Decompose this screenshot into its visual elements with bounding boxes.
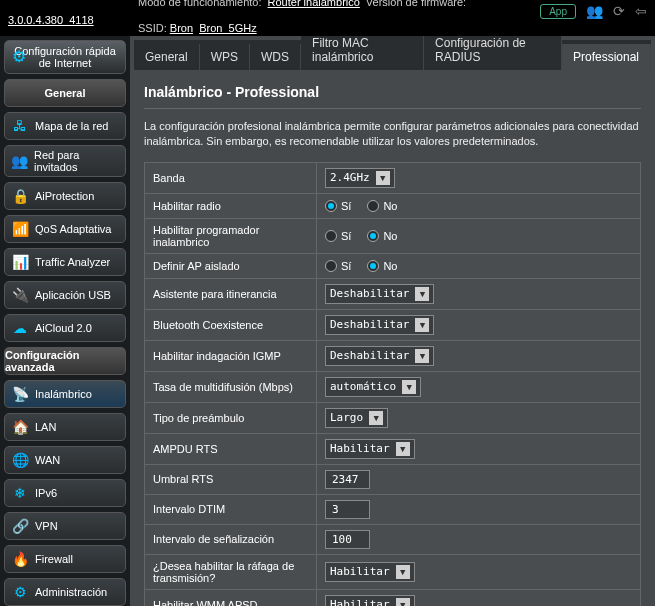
- sidebar-item[interactable]: 🖧Mapa de la red: [4, 112, 126, 140]
- row-label: Bluetooth Coexistence: [145, 309, 317, 340]
- radio-yes[interactable]: [325, 200, 337, 212]
- panel-title: Inalámbrico - Professional: [144, 84, 641, 109]
- select-input[interactable]: Deshabilitar▼: [325, 284, 434, 304]
- mode-value[interactable]: Router inalámbrico: [268, 0, 360, 8]
- sidebar-item[interactable]: 🔥Firewall: [4, 545, 126, 573]
- select-value: Deshabilitar: [330, 287, 409, 300]
- form-row: Bluetooth CoexistenceDeshabilitar▼: [145, 309, 641, 340]
- chevron-down-icon: ▼: [415, 318, 429, 332]
- row-label: Habilitar radio: [145, 193, 317, 218]
- tab[interactable]: General: [134, 44, 200, 70]
- sidebar-item[interactable]: 🏠LAN: [4, 413, 126, 441]
- sidebar-item-label: WAN: [35, 454, 60, 466]
- sidebar-icon: 🔒: [11, 187, 29, 205]
- select-input[interactable]: Habilitar▼: [325, 595, 415, 606]
- select-input[interactable]: automático▼: [325, 377, 421, 397]
- fw-value[interactable]: 3.0.0.4.380_4118: [8, 14, 94, 26]
- sidebar-item[interactable]: 📶QoS Adaptativa: [4, 215, 126, 243]
- tabs: GeneralWPSWDSFiltro MAC inalámbricoConfi…: [134, 40, 651, 70]
- select-input[interactable]: Habilitar▼: [325, 439, 415, 459]
- form-row: Definir AP aisladoSíNo: [145, 253, 641, 278]
- form-row: Habilitar WMM APSDHabilitar▼: [145, 589, 641, 606]
- sidebar-item[interactable]: ⚙Administración: [4, 578, 126, 606]
- sidebar-item-label: AiCloud 2.0: [35, 322, 92, 334]
- tab[interactable]: Professional: [562, 44, 651, 70]
- row-label: AMPDU RTS: [145, 433, 317, 464]
- form-row: ¿Desea habilitar la ráfaga de transmisió…: [145, 554, 641, 589]
- sidebar-item[interactable]: 🔗VPN: [4, 512, 126, 540]
- tab[interactable]: Configuración de RADIUS: [424, 36, 562, 70]
- select-input[interactable]: Deshabilitar▼: [325, 346, 434, 366]
- quick-setup-icon: ⚙: [12, 48, 26, 66]
- ssid-1[interactable]: Bron: [170, 22, 193, 34]
- text-input[interactable]: [325, 470, 370, 489]
- sidebar-item[interactable]: 📡Inalámbrico: [4, 380, 126, 408]
- sidebar-item[interactable]: 👥Red para invitados: [4, 145, 126, 177]
- row-label: Intervalo de señalización: [145, 524, 317, 554]
- select-input[interactable]: Deshabilitar▼: [325, 315, 434, 335]
- row-label: Umbral RTS: [145, 464, 317, 494]
- quick-setup-button[interactable]: ⚙ Configuración rápida de Internet: [4, 40, 126, 74]
- chevron-down-icon: ▼: [369, 411, 383, 425]
- select-value: Largo: [330, 411, 363, 424]
- form-row: Habilitar radioSíNo: [145, 193, 641, 218]
- sidebar-item-label: AiProtection: [35, 190, 94, 202]
- text-input[interactable]: [325, 530, 370, 549]
- select-value: Habilitar: [330, 565, 390, 578]
- logout-icon[interactable]: ⇦: [635, 3, 647, 19]
- row-label: Definir AP aislado: [145, 253, 317, 278]
- sidebar-header-general: General: [4, 79, 126, 107]
- sidebar-item-label: QoS Adaptativa: [35, 223, 111, 235]
- radio-no[interactable]: [367, 260, 379, 272]
- chevron-down-icon: ▼: [396, 598, 410, 606]
- select-value: 2.4GHz: [330, 171, 370, 184]
- sidebar-icon: 🖧: [11, 117, 29, 135]
- sidebar-item[interactable]: 📊Traffic Analyzer: [4, 248, 126, 276]
- row-control-cell: Habilitar▼: [317, 433, 641, 464]
- select-value: Deshabilitar: [330, 349, 409, 362]
- form-row: Intervalo DTIM: [145, 494, 641, 524]
- select-input[interactable]: Largo▼: [325, 408, 388, 428]
- radio-yes[interactable]: [325, 230, 337, 242]
- row-label: ¿Desea habilitar la ráfaga de transmisió…: [145, 554, 317, 589]
- form-row: Umbral RTS: [145, 464, 641, 494]
- radio-no[interactable]: [367, 200, 379, 212]
- form-row: Tipo de preámbuloLargo▼: [145, 402, 641, 433]
- row-label: Intervalo DTIM: [145, 494, 317, 524]
- panel-desc: La configuración profesional inalámbrica…: [144, 119, 641, 150]
- select-value: automático: [330, 380, 396, 393]
- row-control-cell: Largo▼: [317, 402, 641, 433]
- sidebar-item-label: Inalámbrico: [35, 388, 92, 400]
- sidebar-item-label: Mapa de la red: [35, 120, 108, 132]
- form-row: Tasa de multidifusión (Mbps)automático▼: [145, 371, 641, 402]
- chevron-down-icon: ▼: [396, 565, 410, 579]
- header-bar: Modo de funcionamiento: Router inalámbri…: [0, 0, 655, 22]
- select-input[interactable]: Habilitar▼: [325, 562, 415, 582]
- sidebar-item-label: LAN: [35, 421, 56, 433]
- text-input[interactable]: [325, 500, 370, 519]
- row-control-cell: Habilitar▼: [317, 589, 641, 606]
- sidebar-item[interactable]: 🔌Aplicación USB: [4, 281, 126, 309]
- form-row: Intervalo de señalización: [145, 524, 641, 554]
- radio-no[interactable]: [367, 230, 379, 242]
- select-input[interactable]: 2.4GHz▼: [325, 168, 395, 188]
- users-icon[interactable]: 👥: [586, 3, 603, 19]
- radio-yes[interactable]: [325, 260, 337, 272]
- row-control-cell: Deshabilitar▼: [317, 278, 641, 309]
- tab[interactable]: WDS: [250, 44, 301, 70]
- sidebar-icon: 📊: [11, 253, 29, 271]
- sidebar-item[interactable]: ❄IPv6: [4, 479, 126, 507]
- tab[interactable]: WPS: [200, 44, 250, 70]
- sidebar-icon: 👥: [11, 152, 28, 170]
- sidebar-item[interactable]: ☁AiCloud 2.0: [4, 314, 126, 342]
- ssid-2[interactable]: Bron_5GHz: [199, 22, 256, 34]
- row-control-cell: [317, 494, 641, 524]
- tab[interactable]: Filtro MAC inalámbrico: [301, 36, 424, 70]
- sidebar-item[interactable]: 🔒AiProtection: [4, 182, 126, 210]
- app-button[interactable]: App: [540, 4, 576, 19]
- reboot-icon[interactable]: ⟳: [613, 3, 625, 19]
- sidebar-icon: 📶: [11, 220, 29, 238]
- sidebar: ⚙ Configuración rápida de Internet Gener…: [0, 36, 130, 606]
- select-value: Habilitar: [330, 598, 390, 606]
- sidebar-item[interactable]: 🌐WAN: [4, 446, 126, 474]
